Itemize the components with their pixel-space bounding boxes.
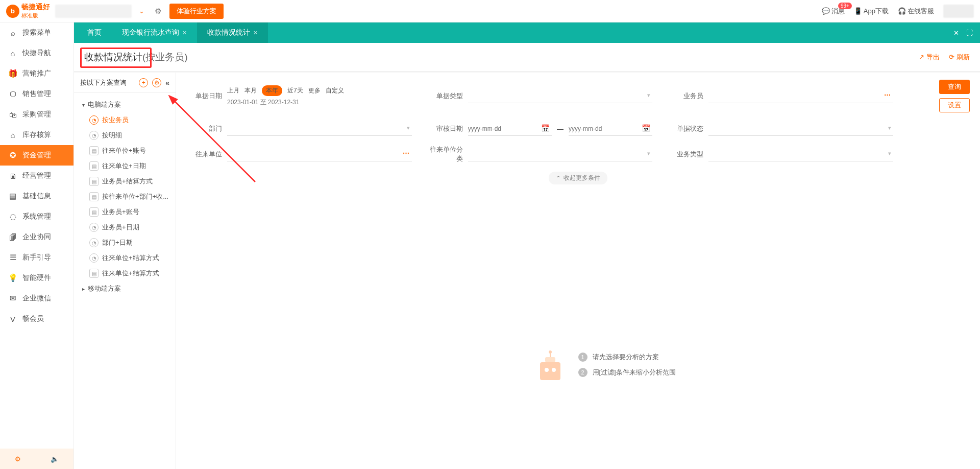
preset-custom[interactable]: 自定义: [326, 86, 344, 95]
logo[interactable]: b 畅捷通好 标准版: [6, 3, 50, 19]
settings-gear-icon[interactable]: ⚙: [15, 455, 21, 463]
scheme-item-3[interactable]: ▤往来单位+日期: [74, 158, 176, 174]
more-icon[interactable]: ⋯: [884, 91, 891, 99]
query-button[interactable]: 查询: [939, 80, 970, 94]
bill-status-select[interactable]: [708, 122, 893, 136]
chevron-down-icon: ▾: [888, 150, 891, 157]
dept-select[interactable]: [227, 122, 412, 136]
sidebar-item-13[interactable]: ✉企业微信: [0, 288, 74, 309]
scheme-item-label: 往来单位+结算方式: [102, 253, 159, 263]
tab-2[interactable]: 收款情况统计✕: [197, 22, 268, 43]
sidebar-icon: ☰: [8, 253, 17, 262]
scheme-item-10[interactable]: ▤往来单位+结算方式: [74, 266, 176, 281]
calendar-icon[interactable]: 📅: [642, 124, 650, 132]
app-download-link[interactable]: 📱 App下载: [854, 7, 889, 16]
scheme-item-icon: ◔: [89, 223, 99, 232]
avatar[interactable]: [943, 5, 974, 18]
page-title: 收款情况统计(按业务员): [84, 52, 188, 62]
sidebar-icon: 🗎: [8, 172, 17, 180]
scheme-settings-icon[interactable]: ⚙: [152, 78, 161, 87]
gear-icon[interactable]: ⚙: [152, 7, 164, 16]
sidebar-item-2[interactable]: 🎁营销推广: [0, 63, 74, 84]
scheme-item-5[interactable]: ▤按往来单位+部门+收...: [74, 189, 176, 204]
sidebar-icon: ✉: [8, 294, 17, 303]
sidebar-item-3[interactable]: ⬡销售管理: [0, 84, 74, 104]
scheme-item-label: 往来单位+账号: [102, 146, 146, 155]
tab-1[interactable]: 现金银行流水查询✕: [112, 22, 197, 43]
scheme-item-2[interactable]: ▤往来单位+账号: [74, 143, 176, 158]
more-icon[interactable]: ⋯: [403, 149, 410, 157]
sidebar-label: 企业协同: [22, 232, 51, 242]
sidebar-footer: ⚙ 🔈: [0, 449, 74, 469]
sidebar-item-4[interactable]: 🛍采购管理: [0, 104, 74, 125]
scheme-header-label: 按以下方案查询: [80, 78, 127, 87]
partner-select[interactable]: [227, 147, 412, 161]
top-bar: b 畅捷通好 标准版 ⌄ ⚙ 体验行业方案 💬 消息 99+ 📱 App下载 🎧…: [0, 0, 980, 22]
scheme-item-6[interactable]: ▤业务员+账号: [74, 204, 176, 220]
preset-this-year[interactable]: 本年: [262, 85, 282, 96]
sidebar-item-9[interactable]: ◌系统管理: [0, 206, 74, 227]
sound-icon[interactable]: 🔈: [51, 455, 59, 463]
preset-this-month[interactable]: 本月: [244, 86, 257, 95]
bill-type-select[interactable]: [468, 89, 653, 103]
tree-group-desktop[interactable]: ▾电脑端方案: [74, 97, 176, 112]
tab-0[interactable]: 首页: [77, 22, 112, 43]
audit-date-to[interactable]: [569, 122, 652, 136]
topbar-right: 💬 消息 99+ 📱 App下载 🎧 在线客服: [822, 5, 974, 18]
sidebar-label: 搜索菜单: [22, 28, 51, 37]
sidebar-item-12[interactable]: 💡智能硬件: [0, 268, 74, 288]
scheme-item-4[interactable]: ▤业务员+结算方式: [74, 174, 176, 189]
org-selector[interactable]: [55, 5, 132, 18]
collapse-panel-icon[interactable]: «: [165, 79, 169, 87]
settings-button[interactable]: 设置: [939, 98, 970, 112]
experience-button[interactable]: 体验行业方案: [169, 4, 224, 19]
add-scheme-icon[interactable]: +: [139, 78, 148, 87]
scheme-item-1[interactable]: ◔按明细: [74, 128, 176, 143]
scheme-item-icon: ▤: [89, 146, 99, 155]
close-icon[interactable]: ✕: [253, 30, 258, 36]
chevron-down-icon[interactable]: ⌄: [137, 7, 146, 15]
scheme-item-icon: ◔: [89, 115, 99, 125]
partner-cat-select[interactable]: [468, 147, 653, 161]
scheme-item-label: 往来单位+结算方式: [102, 269, 159, 278]
sidebar-item-8[interactable]: ▤基础信息: [0, 186, 74, 206]
sidebar-icon: 🗐: [8, 233, 17, 242]
filter-bill-status: 单据状态 ▾: [668, 122, 893, 136]
sidebar-label: 快捷导航: [22, 49, 51, 58]
scheme-item-9[interactable]: ◔往来单位+结算方式: [74, 250, 176, 266]
audit-date-from[interactable]: [468, 122, 552, 136]
scheme-item-0[interactable]: ◔按业务员: [74, 112, 176, 128]
sidebar-item-7[interactable]: 🗎经营管理: [0, 166, 74, 186]
preset-last7[interactable]: 近7天: [287, 86, 303, 95]
sidebar-label: 基础信息: [22, 192, 51, 201]
svg-point-2: [552, 368, 556, 372]
sidebar-item-10[interactable]: 🗐企业协同: [0, 227, 74, 247]
topbar-left: b 畅捷通好 标准版 ⌄ ⚙ 体验行业方案: [6, 3, 224, 19]
scheme-item-8[interactable]: ◔部门+日期: [74, 235, 176, 250]
sidebar-item-5[interactable]: ⌂库存核算: [0, 125, 74, 145]
close-icon[interactable]: ✕: [182, 30, 187, 36]
tree-group-mobile[interactable]: ▸移动端方案: [74, 281, 176, 296]
messages-link[interactable]: 💬 消息 99+: [822, 7, 845, 16]
biz-person-select[interactable]: [708, 89, 893, 103]
collapse-conditions-button[interactable]: ⌃ 收起更多条件: [549, 172, 607, 184]
sidebar-item-1[interactable]: ⌂快捷导航: [0, 43, 74, 63]
filter-partner: 往来单位 ⋯: [186, 145, 412, 163]
tab-label: 现金银行流水查询: [122, 28, 179, 37]
scheme-item-7[interactable]: ◔业务员+日期: [74, 220, 176, 235]
sidebar-label: 智能硬件: [22, 273, 51, 283]
sidebar-item-14[interactable]: V畅会员: [0, 309, 74, 329]
headset-icon: 🎧: [898, 7, 906, 15]
export-button[interactable]: ↗ 导出: [919, 53, 940, 62]
calendar-icon[interactable]: 📅: [541, 124, 550, 132]
refresh-button[interactable]: ⟳ 刷新: [949, 53, 970, 62]
customer-service-link[interactable]: 🎧 在线客服: [898, 7, 934, 16]
sidebar-item-11[interactable]: ☰新手引导: [0, 247, 74, 268]
preset-last-month[interactable]: 上月: [227, 86, 239, 95]
fullscreen-icon[interactable]: ⛶: [966, 29, 973, 37]
preset-more[interactable]: 更多: [308, 86, 321, 95]
biz-type-select[interactable]: [708, 147, 893, 161]
close-tab-icon[interactable]: ✕: [953, 29, 959, 37]
sidebar-item-6[interactable]: ✪资金管理: [0, 145, 74, 166]
sidebar-item-0[interactable]: ⌕搜索菜单: [0, 22, 74, 43]
